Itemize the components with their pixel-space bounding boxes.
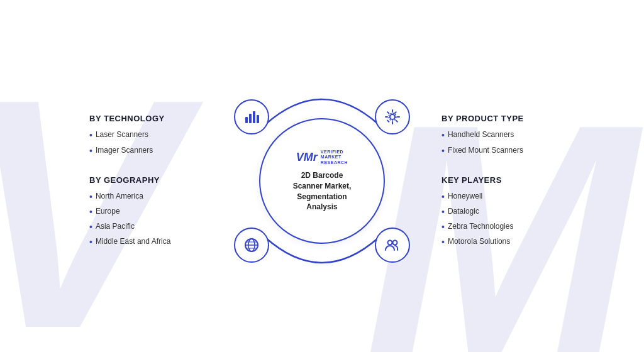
geography-item-4: • Middle East and Africa — [89, 236, 203, 248]
bullet-icon: • — [89, 129, 92, 141]
technology-item-2: • Imager Scanners — [89, 145, 203, 156]
center-diagram: VMr VERIFIED MARKET RESEARCH 2D Barcode … — [203, 62, 441, 300]
svg-rect-7 — [249, 114, 252, 123]
geography-title: BY GEOGRAPHY — [89, 175, 203, 185]
geography-item-3: • Asia Pacific — [89, 221, 203, 233]
bullet-icon: • — [89, 206, 92, 217]
center-circle: VMr VERIFIED MARKET RESEARCH 2D Barcode … — [259, 118, 385, 244]
product-type-title: BY PRODUCT TYPE — [441, 114, 555, 123]
svg-rect-6 — [245, 117, 248, 123]
geography-item-2: • Europe — [89, 206, 203, 217]
product-type-section: BY PRODUCT TYPE • Handheld Scanners • Fi… — [441, 114, 555, 156]
svg-point-10 — [390, 114, 395, 119]
technology-title: BY TECHNOLOGY — [89, 114, 203, 123]
vmr-logo: VMr VERIFIED MARKET RESEARCH — [296, 150, 348, 165]
geography-icon — [234, 228, 269, 263]
geography-section: BY GEOGRAPHY • North America • Europe • … — [89, 175, 203, 248]
key-players-section: KEY PLAYERS • Honeywell • Datalogic • Ze… — [441, 175, 555, 248]
svg-point-17 — [388, 241, 392, 245]
technology-item-1: • Laser Scanners — [89, 129, 203, 141]
vmr-letters: VMr — [296, 151, 318, 164]
bullet-icon: • — [89, 145, 92, 156]
product-item-2: • Fixed Mount Scanners — [441, 145, 555, 156]
product-type-icon — [375, 99, 410, 134]
bullet-icon: • — [89, 236, 92, 248]
player-item-1: • Honeywell — [441, 191, 555, 202]
bullet-icon: • — [441, 206, 445, 217]
main-content: BY TECHNOLOGY • Laser Scanners • Imager … — [0, 0, 644, 362]
bullet-icon: • — [441, 129, 445, 141]
technology-icon — [234, 99, 269, 134]
bullet-icon: • — [89, 221, 92, 233]
bullet-icon: • — [441, 236, 445, 248]
key-players-title: KEY PLAYERS — [441, 175, 555, 185]
svg-rect-9 — [257, 115, 259, 123]
bullet-icon: • — [441, 221, 445, 233]
player-item-3: • Zebra Technologies — [441, 221, 555, 233]
key-players-icon — [375, 228, 410, 263]
left-panel: BY TECHNOLOGY • Laser Scanners • Imager … — [64, 114, 203, 248]
svg-rect-8 — [253, 111, 255, 123]
player-item-4: • Motorola Solutions — [441, 236, 555, 248]
product-item-1: • Handheld Scanners — [441, 129, 555, 141]
bullet-icon: • — [441, 145, 445, 156]
svg-point-18 — [393, 241, 397, 245]
geography-item-1: • North America — [89, 191, 203, 202]
right-panel: BY PRODUCT TYPE • Handheld Scanners • Fi… — [441, 114, 580, 248]
bullet-icon: • — [89, 191, 92, 202]
center-title: 2D Barcode Scanner Market, Segmentation … — [287, 170, 358, 212]
technology-section: BY TECHNOLOGY • Laser Scanners • Imager … — [89, 114, 203, 156]
vmr-text: VERIFIED MARKET RESEARCH — [321, 150, 348, 165]
player-item-2: • Datalogic — [441, 206, 555, 217]
bullet-icon: • — [441, 191, 445, 202]
